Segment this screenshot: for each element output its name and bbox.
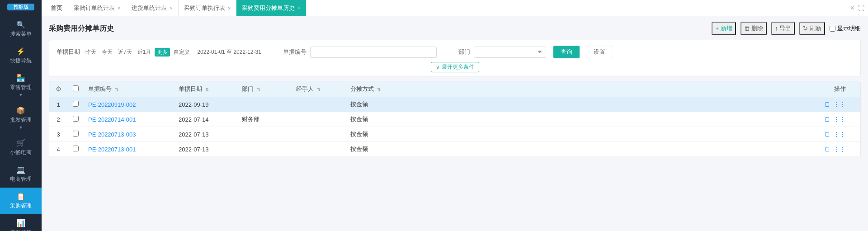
row-checkbox[interactable] — [73, 116, 79, 122]
dept-label: 部门 — [458, 48, 470, 56]
main-content: 首页 采购订单统计表 × 进货单统计表 × 采购订单执行表 × 采购费用分摊单历… — [42, 0, 868, 231]
sidebar-item-inventory[interactable]: 📊 库存核算 — [0, 214, 42, 231]
date-more[interactable]: 更多 — [155, 48, 170, 57]
tab-close-icon[interactable]: × — [228, 5, 231, 11]
expand-button[interactable]: ∨ 展开更多条件 — [431, 62, 479, 72]
delete-button[interactable]: 🗑 删除 — [741, 22, 767, 35]
more-icon[interactable]: ⋮⋮ — [833, 116, 846, 123]
settings-gear-icon[interactable]: ⚙ — [56, 85, 61, 93]
chevron-down-icon: ▼ — [19, 93, 23, 97]
col-header-split: 分摊方式 ⇅ — [346, 81, 820, 97]
sidebar-item-label: 搜索菜单 — [10, 30, 32, 38]
sidebar-item-ecommerce[interactable]: 💻 电商管理 — [0, 161, 42, 188]
date-1month[interactable]: 近1月 — [136, 48, 153, 57]
sort-icon-dept[interactable]: ⇅ — [257, 87, 260, 92]
search-panel: 单据日期 昨天 今天 近7天 近1月 更多 自定义 2022-01-01 至 2… — [49, 40, 861, 76]
tab-close-icon[interactable]: × — [118, 5, 120, 11]
more-icon[interactable]: ⋮⋮ — [833, 146, 846, 153]
tab-purchase-exec[interactable]: 采购订单执行表 × — [179, 0, 236, 16]
quicknav-icon: ⚡ — [16, 47, 25, 56]
sort-icon-date[interactable]: ⇅ — [205, 87, 209, 92]
show-cols-checkbox[interactable] — [830, 26, 835, 32]
more-icon[interactable]: ⋮⋮ — [833, 101, 846, 108]
docno-label: 单据编号 — [283, 48, 307, 56]
cell-check — [67, 97, 84, 112]
cell-docno: PE-20220713-003 — [84, 127, 174, 142]
show-cols-label: 显示明细 — [837, 24, 861, 33]
dept-select[interactable]: 财务部 — [474, 47, 546, 58]
sidebar-item-quicknav[interactable]: ⚡ 快捷导航 — [0, 42, 42, 69]
table-header-row: ⚙ 单据编号 ⇅ 单据日期 ⇅ — [49, 81, 860, 97]
refresh-button[interactable]: ↻ 刷新 — [799, 22, 825, 35]
edit-icon[interactable]: 🗒 — [824, 116, 830, 123]
cell-docno: PE-20220919-002 — [84, 97, 174, 112]
dept-field: 部门 财务部 — [458, 47, 546, 58]
sidebar-item-label: 零售管理 — [10, 84, 32, 91]
col-header-dept: 部门 ⇅ — [237, 81, 292, 97]
tab-close-icon[interactable]: × — [170, 5, 172, 11]
cell-split: 按金额 — [346, 127, 820, 142]
sort-icon-split[interactable]: ⇅ — [377, 87, 381, 92]
date-field: 单据日期 昨天 今天 近7天 近1月 更多 自定义 — [57, 48, 192, 57]
search-button[interactable]: 查询 — [553, 46, 580, 58]
sidebar-item-ecommerce-small[interactable]: 🛒 小畅电商 — [0, 134, 42, 161]
close-window-icon[interactable]: × — [850, 4, 854, 12]
sidebar-item-search[interactable]: 🔍 搜索菜单 — [0, 16, 42, 42]
toolbar: + 新增 🗑 删除 ↑ 导出 ↻ 刷新 显示明细 — [712, 22, 861, 35]
tab-purchase-cost-hist[interactable]: 采购费用分摊单历史 × — [236, 0, 306, 16]
retail-icon: 🏪 — [16, 74, 25, 82]
page-header: 采购费用分摊单历史 + 新增 🗑 删除 ↑ 导出 ↻ 刷新 显示明细 — [49, 22, 861, 35]
col-header-handler: 经手人 ⇅ — [292, 81, 346, 97]
sort-icon-docno[interactable]: ⇅ — [115, 87, 118, 92]
doc-link[interactable]: PE-20220713-001 — [88, 146, 136, 153]
date-7days[interactable]: 近7天 — [116, 48, 134, 57]
edit-icon[interactable]: 🗒 — [824, 101, 830, 108]
docno-input[interactable] — [310, 47, 437, 58]
sidebar-item-retail[interactable]: 🏪 零售管理 ▼ — [0, 69, 42, 102]
tab-stock-in-stat[interactable]: 进货单统计表 × — [126, 0, 178, 16]
expand-row: ∨ 展开更多条件 — [57, 62, 853, 72]
doc-link[interactable]: PE-20220713-003 — [88, 131, 136, 138]
tab-close-icon[interactable]: × — [297, 5, 300, 11]
tab-label: 采购订单统计表 — [74, 4, 115, 12]
cell-handler — [292, 127, 346, 142]
row-checkbox[interactable] — [73, 131, 79, 137]
cell-action: 🗒 ⋮⋮ — [820, 127, 860, 142]
page-area: 采购费用分摊单历史 + 新增 🗑 删除 ↑ 导出 ↻ 刷新 显示明细 单据日期 — [42, 16, 868, 231]
cell-check — [67, 142, 84, 157]
date-today[interactable]: 今天 — [100, 48, 114, 57]
cell-dept — [237, 142, 292, 157]
sort-icon-handler[interactable]: ⇅ — [317, 87, 321, 92]
cell-handler — [292, 112, 346, 127]
tab-home[interactable]: 首页 — [45, 0, 68, 16]
row-checkbox[interactable] — [73, 101, 79, 107]
doc-link[interactable]: PE-20220919-002 — [88, 101, 136, 108]
sidebar-item-label: 快捷导航 — [10, 57, 32, 65]
sidebar-item-wholesale[interactable]: 📦 批发管理 ▼ — [0, 102, 42, 134]
doc-link[interactable]: PE-20220714-001 — [88, 116, 136, 123]
cell-check — [67, 112, 84, 127]
date-yesterday[interactable]: 昨天 — [84, 48, 98, 57]
tab-purchase-order-stat[interactable]: 采购订单统计表 × — [68, 0, 126, 16]
edit-icon[interactable]: 🗒 — [824, 131, 830, 138]
date-custom[interactable]: 自定义 — [172, 48, 192, 57]
tab-actions: × ⛶ — [850, 4, 864, 12]
row-checkbox[interactable] — [73, 146, 79, 151]
more-icon[interactable]: ⋮⋮ — [833, 131, 846, 138]
sidebar-item-label: 库存核算 — [10, 229, 32, 231]
setting-button[interactable]: 设置 — [587, 46, 612, 58]
sidebar-item-label: 小畅电商 — [10, 149, 32, 156]
tab-bar: 首页 采购订单统计表 × 进货单统计表 × 采购订单执行表 × 采购费用分摊单历… — [42, 0, 868, 16]
chevron-down-icon: ▼ — [19, 125, 23, 130]
ecommerce-small-icon: 🛒 — [16, 139, 25, 147]
export-button[interactable]: ↑ 导出 — [771, 22, 795, 35]
sidebar-logo: 指标版 — [7, 4, 34, 10]
fullscreen-icon[interactable]: ⛶ — [858, 5, 864, 12]
select-all-checkbox[interactable] — [73, 85, 79, 91]
docno-field: 单据编号 — [283, 47, 437, 58]
col-header-date: 单据日期 ⇅ — [174, 81, 237, 97]
new-button[interactable]: + 新增 — [712, 22, 736, 35]
cell-date: 2022-07-14 — [174, 112, 237, 127]
sidebar-item-purchase[interactable]: 📋 采购管理 — [0, 188, 42, 214]
edit-icon[interactable]: 🗒 — [824, 146, 830, 153]
